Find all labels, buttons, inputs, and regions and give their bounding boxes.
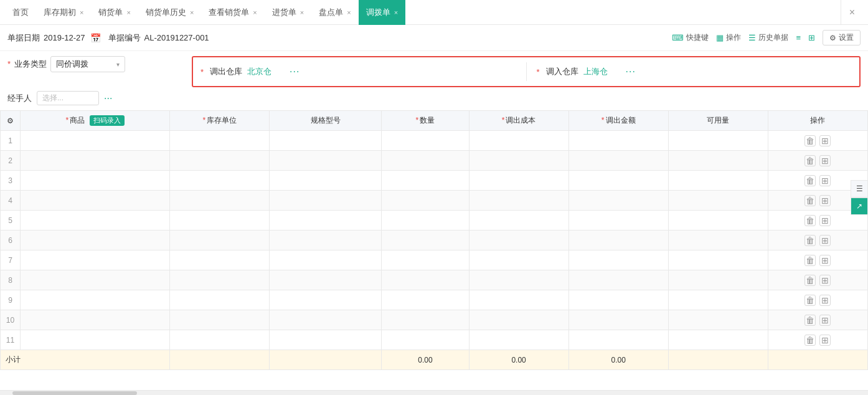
row-unit-3[interactable]	[170, 171, 270, 191]
row-cost-2[interactable]	[469, 151, 568, 171]
row-product-3[interactable]	[21, 171, 170, 191]
row-cost-4[interactable]	[469, 191, 568, 211]
row-unit-1[interactable]	[170, 131, 270, 151]
row-qty-3[interactable]	[382, 171, 469, 191]
row-qty-8[interactable]	[382, 270, 469, 290]
copy-icon-3[interactable]: ⊞	[819, 175, 831, 186]
row-qty-2[interactable]	[382, 151, 469, 171]
row-qty-4[interactable]	[382, 191, 469, 211]
tab-close-inventory[interactable]: ×	[80, 9, 83, 16]
row-qty-7[interactable]	[382, 250, 469, 270]
row-spec-7[interactable]	[270, 250, 382, 270]
tab-sales-order[interactable]: 销货单 ×	[91, 0, 138, 25]
right-tool-expand[interactable]: ↗	[851, 198, 868, 215]
copy-icon-1[interactable]: ⊞	[819, 135, 831, 146]
row-unit-6[interactable]	[170, 231, 270, 250]
copy-icon-2[interactable]: ⊞	[819, 155, 831, 166]
tab-close-stocktake[interactable]: ×	[347, 9, 351, 16]
row-avail-6[interactable]	[668, 231, 768, 250]
row-spec-9[interactable]	[270, 290, 382, 310]
row-unit-7[interactable]	[170, 250, 270, 270]
settings-button[interactable]: ⚙ 设置	[823, 30, 861, 45]
right-tool-list[interactable]: ☰	[851, 180, 868, 198]
row-product-1[interactable]	[21, 131, 170, 151]
row-avail-2[interactable]	[668, 151, 768, 171]
row-spec-10[interactable]	[270, 310, 382, 330]
calendar-icon[interactable]: 📅	[90, 33, 101, 43]
in-warehouse-more[interactable]: ···	[626, 66, 636, 77]
row-cost-11[interactable]	[469, 330, 568, 350]
delete-icon-3[interactable]: 🗑	[804, 175, 816, 186]
row-avail-4[interactable]	[668, 191, 768, 211]
col-gear[interactable]: ⚙	[1, 111, 21, 131]
row-spec-1[interactable]	[270, 131, 382, 151]
bottom-scrollbar[interactable]	[0, 390, 868, 395]
row-avail-9[interactable]	[668, 290, 768, 310]
row-unit-9[interactable]	[170, 290, 270, 310]
delete-icon-6[interactable]: 🗑	[804, 235, 816, 246]
delete-icon-11[interactable]: 🗑	[804, 335, 816, 346]
row-amount-2[interactable]	[568, 151, 668, 171]
delete-icon-4[interactable]: 🗑	[804, 195, 816, 206]
out-warehouse-more[interactable]: ···	[290, 66, 300, 77]
row-cost-7[interactable]	[469, 250, 568, 270]
tab-close-history[interactable]: ×	[190, 9, 194, 16]
row-amount-8[interactable]	[568, 270, 668, 290]
row-spec-2[interactable]	[270, 151, 382, 171]
row-product-2[interactable]	[21, 151, 170, 171]
row-amount-1[interactable]	[568, 131, 668, 151]
handler-select[interactable]: 选择...	[37, 91, 99, 105]
row-product-7[interactable]	[21, 250, 170, 270]
row-unit-2[interactable]	[170, 151, 270, 171]
row-amount-9[interactable]	[568, 290, 668, 310]
row-product-9[interactable]	[21, 290, 170, 310]
row-amount-10[interactable]	[568, 310, 668, 330]
row-avail-5[interactable]	[668, 211, 768, 231]
row-product-5[interactable]	[21, 211, 170, 231]
row-qty-6[interactable]	[382, 231, 469, 250]
tab-close-sales[interactable]: ×	[126, 9, 130, 16]
row-amount-11[interactable]	[568, 330, 668, 350]
copy-icon-9[interactable]: ⊞	[819, 295, 831, 306]
tab-sales-history[interactable]: 销货单历史 ×	[138, 0, 201, 25]
tab-close-transfer[interactable]: ×	[394, 9, 398, 16]
row-spec-6[interactable]	[270, 231, 382, 250]
row-qty-9[interactable]	[382, 290, 469, 310]
row-spec-8[interactable]	[270, 270, 382, 290]
handler-more[interactable]: ···	[104, 93, 112, 104]
row-avail-1[interactable]	[668, 131, 768, 151]
layout2-action[interactable]: ⊞	[808, 33, 815, 42]
delete-icon-1[interactable]: 🗑	[804, 135, 816, 146]
row-product-10[interactable]	[21, 310, 170, 330]
row-avail-3[interactable]	[668, 171, 768, 191]
row-cost-5[interactable]	[469, 211, 568, 231]
row-spec-4[interactable]	[270, 191, 382, 211]
tab-close-view-sales[interactable]: ×	[253, 9, 257, 16]
row-cost-8[interactable]	[469, 270, 568, 290]
row-spec-5[interactable]	[270, 211, 382, 231]
row-cost-9[interactable]	[469, 290, 568, 310]
row-amount-3[interactable]	[568, 171, 668, 191]
copy-icon-4[interactable]: ⊞	[819, 195, 831, 206]
row-cost-3[interactable]	[469, 171, 568, 191]
row-product-4[interactable]	[21, 191, 170, 211]
layout1-action[interactable]: ≡	[796, 33, 801, 42]
tab-inventory-init[interactable]: 库存期初 ×	[36, 0, 91, 25]
row-amount-5[interactable]	[568, 211, 668, 231]
row-cost-6[interactable]	[469, 231, 568, 250]
row-avail-11[interactable]	[668, 330, 768, 350]
row-cost-10[interactable]	[469, 310, 568, 330]
tab-close-purchase[interactable]: ×	[300, 9, 304, 16]
business-type-select[interactable]: 同价调拨 ▾	[50, 56, 125, 72]
scan-button[interactable]: 扫码录入	[90, 115, 125, 126]
row-avail-8[interactable]	[668, 270, 768, 290]
row-product-6[interactable]	[21, 231, 170, 250]
tab-home[interactable]: 首页	[5, 0, 36, 25]
shortcut-action[interactable]: ⌨ 快捷键	[672, 32, 709, 43]
row-amount-7[interactable]	[568, 250, 668, 270]
row-unit-11[interactable]	[170, 330, 270, 350]
row-unit-4[interactable]	[170, 191, 270, 211]
row-unit-10[interactable]	[170, 310, 270, 330]
row-avail-10[interactable]	[668, 310, 768, 330]
window-close-button[interactable]: ×	[841, 0, 863, 25]
